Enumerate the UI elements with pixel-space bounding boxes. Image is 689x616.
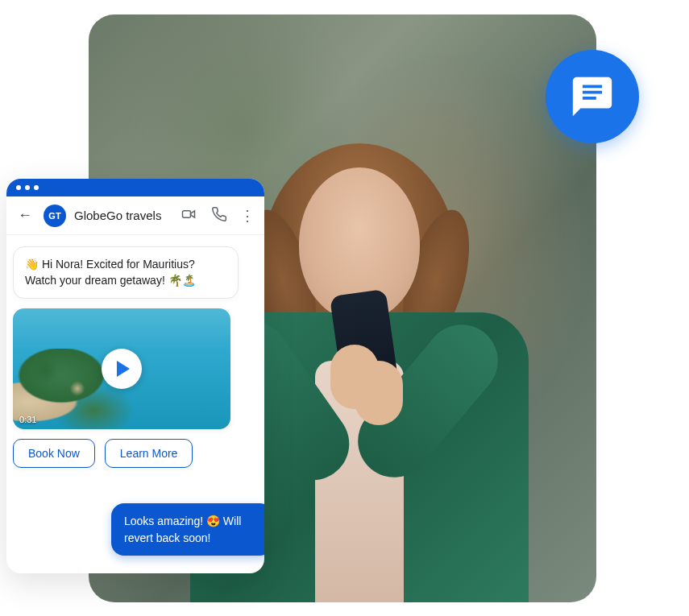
more-options-button[interactable]: ⋮ [239,207,256,225]
window-dot [34,185,39,190]
video-duration-label: 0:31 [19,415,36,424]
play-button[interactable] [102,349,142,389]
learn-more-button[interactable]: Learn More [105,439,193,468]
back-button[interactable]: ← [15,204,35,227]
chat-body: 👋 Hi Nora! Excited for Mauritius? Watch … [6,235,264,573]
video-attachment[interactable]: 0:31 [13,308,230,429]
video-call-button[interactable] [177,203,200,229]
messages-app-badge [546,50,639,143]
incoming-message-bubble: 👋 Hi Nora! Excited for Mauritius? Watch … [13,246,239,299]
video-camera-icon [181,206,197,222]
svg-rect-0 [183,210,191,217]
phone-icon [211,206,227,222]
window-dot [25,185,30,190]
chat-header: ← GT GlobeGo travels ⋮ [6,196,264,235]
quick-actions-row: Book Now Learn More [13,439,253,468]
voice-call-button[interactable] [208,203,230,229]
contact-name: GlobeGo travels [74,209,169,222]
chat-window: ← GT GlobeGo travels ⋮ 👋 Hi Nora! Excite… [6,179,264,573]
window-titlebar [6,179,264,196]
window-dot [16,185,21,190]
contact-avatar[interactable]: GT [44,205,66,227]
chat-bubble-icon [569,73,616,120]
outgoing-message-bubble: Looks amazing! 😍 Will revert back soon! [111,503,264,556]
book-now-button[interactable]: Book Now [13,439,95,468]
